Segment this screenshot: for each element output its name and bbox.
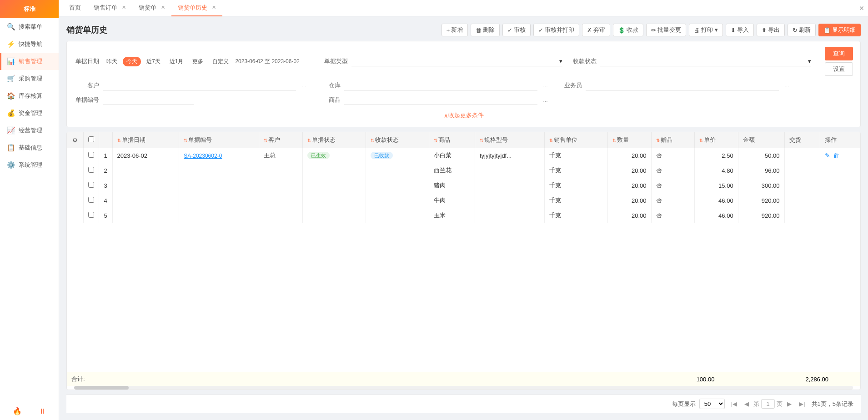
- audit-button[interactable]: ✓审核: [502, 24, 531, 36]
- th-spec[interactable]: ⇅规格型号: [475, 132, 545, 148]
- doc-type-group: 单据类型 ▾: [323, 56, 562, 66]
- last-page-btn[interactable]: ▶|: [796, 400, 808, 408]
- row-checkbox-4[interactable]: [88, 212, 94, 218]
- date-tab-1[interactable]: 今天: [123, 57, 141, 66]
- sidebar-item-finance[interactable]: 💰资金管理: [0, 105, 59, 122]
- scroll-thumb[interactable]: [74, 386, 129, 390]
- sidebar-item-search-menu[interactable]: 🔍搜索菜单: [0, 18, 59, 35]
- th-checkbox[interactable]: [83, 132, 99, 148]
- doc-number-link-0[interactable]: SA-20230602-0: [184, 153, 222, 159]
- add-button[interactable]: +新增: [442, 24, 468, 36]
- th-doc-date[interactable]: ⇅单据日期: [112, 132, 179, 148]
- abandon-button[interactable]: ✗弃审: [582, 24, 610, 36]
- goods-dots[interactable]: …: [543, 97, 548, 103]
- delete-button[interactable]: 🗑删除: [471, 24, 500, 36]
- first-page-btn[interactable]: |◀: [728, 400, 740, 408]
- cell-collectstatus-4: [366, 208, 429, 223]
- customer-dots[interactable]: …: [301, 83, 306, 88]
- tab-sales-goods[interactable]: 销货单✕: [132, 0, 171, 16]
- prev-page-btn[interactable]: ◀: [742, 400, 752, 408]
- select-all-checkbox[interactable]: [88, 136, 94, 142]
- collect-button[interactable]: 💲收款: [613, 24, 643, 36]
- warehouse-input[interactable]: [344, 80, 537, 90]
- cell-checkbox-4[interactable]: [83, 208, 99, 223]
- tab-close-sales-goods[interactable]: ✕: [161, 5, 165, 10]
- print-button[interactable]: 🖨打印 ▾: [689, 24, 723, 36]
- th-quantity[interactable]: ⇅数量: [607, 132, 651, 148]
- th-settings[interactable]: ⚙: [67, 132, 83, 148]
- th-doc-number[interactable]: ⇅单据编号: [179, 132, 259, 148]
- date-tab-2[interactable]: 近7天: [143, 57, 164, 66]
- sidebar-item-quick-nav[interactable]: ⚡快捷导航: [0, 35, 59, 53]
- refresh-button[interactable]: ↻刷新: [788, 24, 816, 36]
- salesperson-input[interactable]: [586, 80, 779, 90]
- date-tab-5[interactable]: 自定义: [209, 57, 232, 66]
- cell-checkbox-0[interactable]: [83, 148, 99, 163]
- export-button[interactable]: ⬆导出: [757, 24, 785, 36]
- cell-customer-0: 王总: [259, 148, 303, 163]
- sidebar-item-base-info[interactable]: 📋基础信息: [0, 139, 59, 156]
- th-gift[interactable]: ⇅赠品: [651, 132, 695, 148]
- sidebar-item-ops-mgmt[interactable]: 📈经营管理: [0, 122, 59, 139]
- doc-number-input[interactable]: [103, 95, 194, 105]
- tab-sales-history[interactable]: 销货单历史✕: [171, 0, 222, 16]
- doc-type-select[interactable]: ▾: [351, 56, 562, 66]
- batch-change-button[interactable]: ✏批量变更: [646, 24, 686, 36]
- next-page-btn[interactable]: ▶: [784, 400, 794, 408]
- th-collect-status[interactable]: ⇅收款状态: [366, 132, 429, 148]
- th-customer[interactable]: ⇅客户: [259, 132, 303, 148]
- cell-docnumber-4: [179, 208, 259, 223]
- tab-close-sales-history[interactable]: ✕: [212, 5, 216, 10]
- show-detail-button[interactable]: 📋显示明细: [818, 24, 861, 36]
- tab-close-sales-order[interactable]: ✕: [122, 5, 126, 10]
- th-goods[interactable]: ⇅商品: [429, 132, 475, 148]
- collect-status-select[interactable]: ▾: [600, 56, 811, 66]
- date-tab-3[interactable]: 近1月: [166, 57, 187, 66]
- cell-docdate-2: [112, 178, 179, 193]
- th-sales-unit[interactable]: ⇅销售单位: [544, 132, 607, 148]
- per-page-select[interactable]: 50 100 200: [699, 399, 725, 409]
- query-button[interactable]: 查询: [825, 47, 853, 60]
- th-transaction: 交货: [784, 132, 820, 148]
- audit-print-button[interactable]: ✓审核并打印: [533, 24, 579, 36]
- tab-home[interactable]: 首页: [63, 0, 87, 16]
- sidebar: 标准 🔍搜索菜单⚡快捷导航📊销售管理🛒采购管理🏠库存核算💰资金管理📈经营管理📋基…: [0, 0, 59, 420]
- th-doc-status[interactable]: ⇅单据状态: [303, 132, 366, 148]
- collapse-button[interactable]: ∧ 收起更多条件: [442, 110, 486, 121]
- sidebar-item-sys-mgmt[interactable]: ⚙️系统管理: [0, 156, 59, 174]
- warehouse-dots[interactable]: …: [543, 83, 548, 88]
- sidebar-item-inventory[interactable]: 🏠库存核算: [0, 87, 59, 105]
- cell-unitprice-3: 46.00: [695, 193, 738, 208]
- action-icon-0-1[interactable]: 🗑: [833, 152, 839, 159]
- add-label: 新增: [451, 26, 463, 34]
- cell-salesunit-2: 千克: [544, 178, 607, 193]
- cell-gift-3: 否: [651, 193, 695, 208]
- row-checkbox-3[interactable]: [88, 197, 94, 203]
- horizontal-scrollbar[interactable]: [74, 386, 853, 390]
- sidebar-item-sales-mgmt[interactable]: 📊销售管理: [0, 53, 59, 70]
- salesperson-dots[interactable]: …: [784, 83, 789, 88]
- current-page[interactable]: 1: [761, 399, 775, 409]
- tab-sales-order[interactable]: 销售订单✕: [87, 0, 132, 16]
- sidebar-item-purchase-mgmt[interactable]: 🛒采购管理: [0, 70, 59, 87]
- import-label: 导入: [737, 26, 749, 34]
- fire-icon[interactable]: 🔥: [13, 407, 22, 415]
- row-checkbox-1[interactable]: [88, 167, 94, 173]
- pause-icon[interactable]: ⏸: [39, 407, 46, 415]
- close-all-tabs[interactable]: ✕: [859, 5, 864, 12]
- date-tab-0[interactable]: 昨天: [103, 57, 121, 66]
- import-button[interactable]: ⬇导入: [726, 24, 754, 36]
- sidebar-label-sales-mgmt: 销售管理: [19, 57, 42, 65]
- goods-input[interactable]: [344, 95, 537, 105]
- row-checkbox-0[interactable]: [88, 152, 94, 158]
- cell-checkbox-1[interactable]: [83, 163, 99, 178]
- th-unit-price[interactable]: ⇅单价: [695, 132, 738, 148]
- customer-input[interactable]: [103, 80, 296, 90]
- cell-checkbox-2[interactable]: [83, 178, 99, 193]
- date-tab-4[interactable]: 更多: [189, 57, 207, 66]
- action-icon-0-0[interactable]: ✎: [825, 152, 830, 159]
- settings-button[interactable]: 设置: [825, 62, 853, 76]
- cell-checkbox-3[interactable]: [83, 193, 99, 208]
- table-container: ⚙ ⇅单据日期 ⇅单据编号 ⇅客户 ⇅单据状态 ⇅收款状态 ⇅商品 ⇅规格型号 …: [66, 132, 861, 390]
- row-checkbox-2[interactable]: [88, 182, 94, 188]
